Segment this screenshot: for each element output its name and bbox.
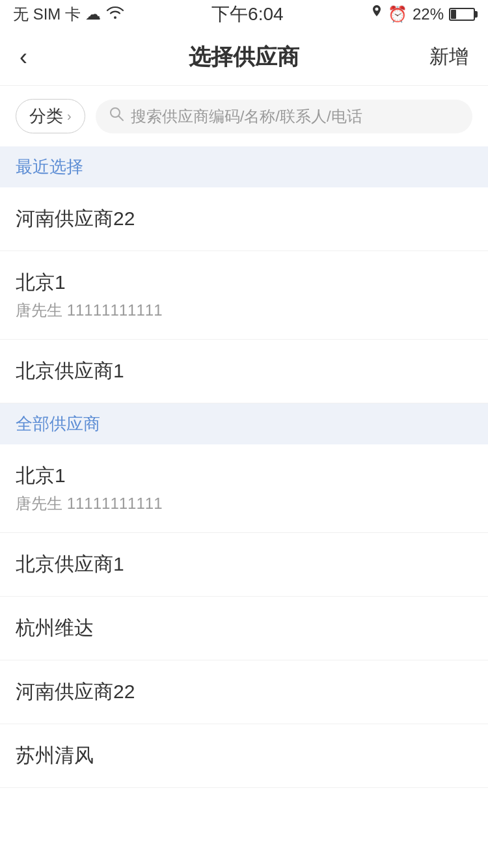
sim-status: 无 SIM 卡 ☁ xyxy=(13,4,101,25)
all-list-item[interactable]: 杭州维达 xyxy=(0,597,488,660)
recent-list-item[interactable]: 北京1唐先生 11111111111 xyxy=(0,251,488,340)
item-name: 苏州清风 xyxy=(16,742,472,769)
item-detail: 唐先生 11111111111 xyxy=(16,300,472,321)
item-name: 北京供应商1 xyxy=(16,358,472,385)
all-list-item[interactable]: 苏州清风 xyxy=(0,724,488,788)
item-name: 北京供应商1 xyxy=(16,551,472,578)
all-list-item[interactable]: 北京1唐先生 11111111111 xyxy=(0,444,488,533)
wifi-icon xyxy=(106,5,124,23)
battery-icon xyxy=(449,8,475,21)
all-list-item[interactable]: 北京供应商1 xyxy=(0,533,488,597)
recent-list-item[interactable]: 北京供应商1 xyxy=(0,340,488,403)
recent-section-header: 最近选择 xyxy=(0,146,488,187)
category-filter[interactable]: 分类 › xyxy=(16,99,85,133)
nav-bar: ‹ 选择供应商 新增 xyxy=(0,29,488,86)
recent-list: 河南供应商22北京1唐先生 11111111111北京供应商1 xyxy=(0,187,488,403)
search-placeholder: 搜索供应商编码/名称/联系人/电话 xyxy=(131,106,362,127)
alarm-icon: ⏰ xyxy=(388,5,407,23)
add-button[interactable]: 新增 xyxy=(429,44,468,70)
back-button[interactable]: ‹ xyxy=(20,44,59,71)
page-title: 选择供应商 xyxy=(59,42,429,72)
item-name: 河南供应商22 xyxy=(16,206,472,232)
all-section-label: 全部供应商 xyxy=(16,414,100,433)
chevron-right-icon: › xyxy=(67,109,72,124)
all-list-item[interactable]: 河南供应商22 xyxy=(0,660,488,724)
item-name: 北京1 xyxy=(16,463,472,489)
battery-percent: 22% xyxy=(413,5,444,23)
recent-section-label: 最近选择 xyxy=(16,157,83,176)
all-section-header: 全部供应商 xyxy=(0,403,488,444)
svg-line-1 xyxy=(118,116,123,121)
item-name: 杭州维达 xyxy=(16,615,472,642)
item-name: 河南供应商22 xyxy=(16,679,472,705)
all-list: 北京1唐先生 11111111111北京供应商1杭州维达河南供应商22苏州清风 xyxy=(0,444,488,788)
category-label: 分类 xyxy=(29,105,63,128)
filter-bar: 分类 › 搜索供应商编码/名称/联系人/电话 xyxy=(0,86,488,146)
status-left: 无 SIM 卡 ☁ xyxy=(13,4,124,25)
search-box[interactable]: 搜索供应商编码/名称/联系人/电话 xyxy=(96,100,472,133)
status-time: 下午6:04 xyxy=(211,2,284,27)
status-bar: 无 SIM 卡 ☁ 下午6:04 ⏰ 22% xyxy=(0,0,488,29)
item-detail: 唐先生 11111111111 xyxy=(16,493,472,514)
item-name: 北京1 xyxy=(16,269,472,296)
search-icon xyxy=(109,106,124,126)
recent-list-item[interactable]: 河南供应商22 xyxy=(0,187,488,251)
status-right: ⏰ 22% xyxy=(371,5,475,23)
location-icon xyxy=(371,5,383,23)
